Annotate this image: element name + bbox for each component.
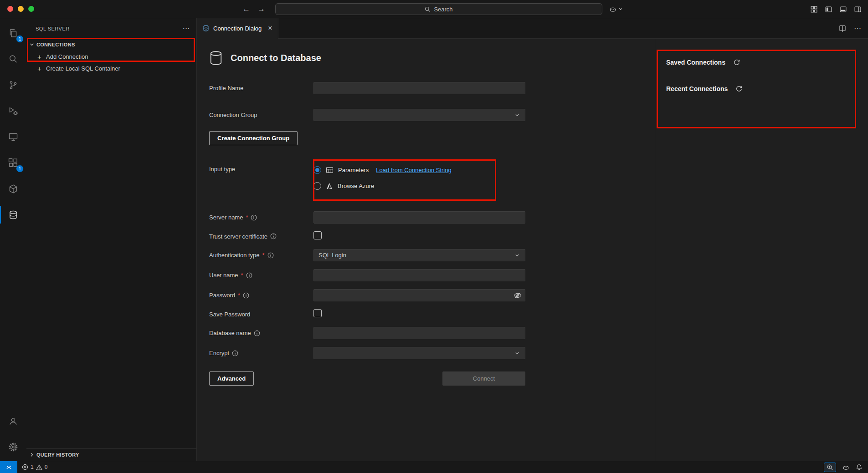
parameters-radio[interactable] — [313, 166, 321, 174]
toggle-primary-sidebar-icon[interactable] — [825, 5, 832, 13]
error-count: 1 — [31, 464, 34, 470]
zoom-in-icon — [827, 464, 833, 471]
create-connection-group-button[interactable]: Create Connection Group — [209, 131, 298, 145]
remote-icon — [5, 464, 12, 471]
sidebar-item-sql-server[interactable] — [0, 202, 26, 228]
remote-explorer-icon — [8, 132, 19, 142]
bell-icon[interactable] — [856, 464, 863, 471]
parameters-option-label[interactable]: Parameters — [338, 167, 369, 173]
browse-azure-option-label[interactable]: Browse Azure — [338, 183, 374, 189]
encrypt-select[interactable] — [313, 347, 525, 359]
profile-name-label: Profile Name — [209, 85, 243, 92]
required-marker: * — [241, 272, 243, 279]
editor-group: Connection Dialog × ⋯ Connect to Databas… — [197, 18, 868, 461]
command-center-search[interactable]: Search — [275, 3, 602, 15]
sidebar-item-run-debug[interactable] — [0, 98, 26, 124]
refresh-icon[interactable] — [735, 85, 743, 92]
chevron-right-icon — [28, 451, 36, 458]
sidebar-item-search[interactable] — [0, 46, 26, 72]
forward-button[interactable]: → — [257, 5, 265, 14]
info-icon[interactable] — [251, 214, 257, 221]
search-icon — [8, 54, 19, 65]
copilot-menu-button[interactable] — [609, 5, 623, 13]
sidebar-item-source-control[interactable] — [0, 72, 26, 98]
info-icon[interactable] — [254, 330, 260, 336]
chevron-down-icon — [514, 350, 520, 356]
back-button[interactable]: ← — [242, 5, 250, 14]
load-from-connection-string-link[interactable]: Load from Connection String — [376, 167, 451, 173]
connect-button[interactable]: Connect — [442, 371, 525, 386]
eye-off-icon[interactable] — [514, 292, 522, 299]
trust-server-certificate-checkbox[interactable] — [313, 231, 322, 239]
server-name-input[interactable] — [313, 211, 525, 224]
authentication-type-value: SQL Login — [318, 252, 346, 259]
more-actions-icon[interactable]: ⋯ — [183, 24, 190, 33]
info-icon[interactable] — [232, 350, 238, 356]
problems-status-item[interactable]: 1 0 — [17, 461, 52, 473]
info-icon[interactable] — [243, 292, 249, 299]
sidebar-title: SQL SERVER — [36, 26, 70, 31]
connections-section-label: CONNECTIONS — [36, 42, 75, 47]
titlebar: ← → Search — [0, 0, 868, 18]
required-marker: * — [238, 292, 240, 299]
warning-icon — [36, 464, 42, 470]
sidebar-item-extensions[interactable]: 1 — [0, 150, 26, 176]
dialog-title: Connect to Database — [231, 53, 321, 63]
sql-server-icon — [8, 209, 19, 220]
sidebar-item-database-projects[interactable] — [0, 176, 26, 202]
chevron-down-icon — [618, 7, 623, 11]
input-type-label: Input type — [209, 166, 235, 173]
maximize-window-button[interactable] — [28, 6, 34, 12]
refresh-icon[interactable] — [733, 59, 740, 66]
authentication-type-label: Authentication type — [209, 252, 260, 259]
save-password-checkbox[interactable] — [313, 309, 322, 317]
advanced-button[interactable]: Advanced — [209, 371, 254, 386]
sidebar-sql-server: SQL SERVER ⋯ CONNECTIONS + Add Connectio… — [26, 18, 197, 461]
copilot-status-icon[interactable] — [842, 463, 850, 471]
source-control-icon — [8, 80, 19, 91]
settings-button[interactable] — [0, 434, 26, 460]
split-editor-icon[interactable] — [839, 25, 846, 32]
database-name-input[interactable] — [313, 327, 525, 339]
tab-connection-dialog[interactable]: Connection Dialog × — [197, 18, 278, 38]
trust-server-certificate-label: Trust server certificate — [209, 233, 267, 240]
tab-label: Connection Dialog — [213, 25, 262, 32]
authentication-type-select[interactable]: SQL Login — [313, 249, 525, 261]
close-window-button[interactable] — [7, 6, 13, 12]
account-icon — [8, 416, 19, 427]
info-icon[interactable] — [267, 252, 274, 259]
connections-section-header[interactable]: CONNECTIONS — [26, 39, 196, 51]
user-name-label: User name — [209, 272, 238, 279]
toggle-panel-icon[interactable] — [839, 5, 847, 13]
toggle-secondary-sidebar-icon[interactable] — [854, 5, 862, 13]
browse-azure-radio[interactable] — [313, 182, 321, 190]
profile-name-input[interactable] — [313, 82, 525, 94]
encrypt-label: Encrypt — [209, 350, 229, 356]
sidebar-item-explorer[interactable]: 1 — [0, 20, 26, 46]
password-input[interactable] — [313, 289, 525, 301]
parameters-icon — [326, 167, 334, 173]
user-name-input[interactable] — [313, 269, 525, 281]
connection-group-select[interactable] — [313, 109, 525, 121]
close-tab-icon[interactable]: × — [268, 25, 272, 32]
info-icon[interactable] — [270, 233, 277, 239]
sidebar-item-remote-explorer[interactable] — [0, 124, 26, 150]
warning-count: 0 — [45, 464, 48, 470]
create-local-sql-container-label: Create Local SQL Container — [46, 65, 120, 72]
customize-layout-icon[interactable] — [810, 5, 818, 13]
remote-indicator[interactable] — [0, 461, 17, 473]
zoom-status-item[interactable] — [824, 463, 836, 472]
status-bar: 1 0 — [0, 461, 868, 473]
connections-side-panel: Saved Connections Recent Connections — [655, 39, 868, 461]
add-connection-item[interactable]: + Add Connection — [26, 51, 196, 62]
query-history-section-header[interactable]: QUERY HISTORY — [26, 448, 196, 461]
minimize-window-button[interactable] — [18, 6, 24, 12]
create-local-sql-container-item[interactable]: + Create Local SQL Container — [26, 62, 196, 74]
window-controls — [7, 6, 34, 12]
editor-more-actions-icon[interactable]: ⋯ — [854, 25, 861, 32]
chevron-down-icon — [514, 252, 520, 259]
info-icon[interactable] — [246, 272, 252, 279]
add-connection-label: Add Connection — [46, 53, 88, 60]
accounts-button[interactable] — [0, 408, 26, 434]
connection-dialog-tab-icon — [202, 25, 210, 32]
